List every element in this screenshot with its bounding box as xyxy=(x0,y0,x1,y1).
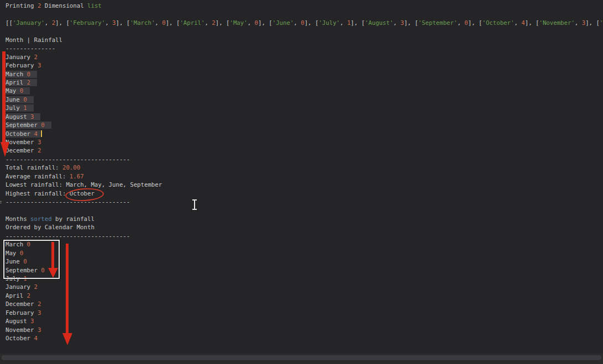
text-segment: December xyxy=(6,300,38,308)
text-segment: Printing xyxy=(6,2,38,9)
text-segment: 'June' xyxy=(272,19,294,27)
horizontal-scrollbar-thumb[interactable] xyxy=(2,355,601,360)
text-segment: sorted xyxy=(30,215,52,223)
terminal-line: March 0 xyxy=(0,240,603,249)
text-segment: 'August' xyxy=(365,19,393,27)
text-segment: April xyxy=(6,79,27,86)
text-segment: 'November' xyxy=(539,19,574,27)
terminal-line: October 4 xyxy=(0,130,603,138)
terminal-output: Printing 2 Dimensional list[['January', … xyxy=(0,2,603,343)
text-segment: ], xyxy=(525,19,536,27)
terminal-line xyxy=(0,27,603,35)
text-segment: 3 xyxy=(38,139,41,146)
text-segment: 0 xyxy=(23,96,27,103)
text-segment: 3 xyxy=(30,113,34,120)
text-segment: ], xyxy=(305,19,315,27)
terminal-line: Ordered by Calendar Month xyxy=(0,223,603,231)
text-segment: ----------------------------------- xyxy=(6,156,130,163)
ibeam-cursor xyxy=(192,199,197,210)
text-segment: Months xyxy=(6,215,30,223)
text-segment: 'July' xyxy=(318,19,340,27)
text-segment: ----------------------------------- xyxy=(6,198,130,205)
terminal-line: December 2 xyxy=(0,146,603,155)
selection-highlight: October 4 xyxy=(6,130,40,138)
text-segment: [[ xyxy=(6,19,13,27)
annotation-arrow-box-shaft xyxy=(51,242,54,268)
terminal-line xyxy=(0,10,603,18)
selection-highlight: July 1 xyxy=(6,104,34,112)
text-segment: 'May' xyxy=(230,19,248,27)
text-segment: 'October' xyxy=(482,19,514,27)
terminal-line xyxy=(0,207,603,215)
terminal-line: May 0 xyxy=(0,249,603,257)
text-segment: , xyxy=(45,19,52,27)
terminal-line: November 3 xyxy=(0,326,603,334)
text-segment: 4 xyxy=(34,130,37,138)
selection-highlight: May 0 xyxy=(6,87,30,94)
terminal-line: Months sorted by rainfall xyxy=(0,215,603,223)
text-segment: 'December' xyxy=(600,19,603,27)
text-segment: , xyxy=(155,19,162,27)
terminal-line: January 2 xyxy=(0,53,603,61)
terminal-line: [['January', 2], ['February', 3], ['Marc… xyxy=(0,19,603,27)
text-segment: ], xyxy=(258,19,269,27)
text-segment: June xyxy=(6,96,23,103)
text-segment: 20.00 xyxy=(62,164,80,171)
text-segment: ], xyxy=(404,19,415,27)
text-segment: 2 xyxy=(38,147,41,154)
terminal-line: February 3 xyxy=(0,309,603,317)
annotation-arrow-left-shaft xyxy=(2,51,6,142)
clipped-char-fragment: F xyxy=(0,200,3,208)
terminal-line: April 2 xyxy=(0,78,603,87)
terminal-line: -------------- xyxy=(0,44,603,52)
text-segment: May xyxy=(6,87,20,94)
text-segment: 2 xyxy=(27,292,30,299)
terminal-line: May 0 xyxy=(0,87,603,95)
text-segment: February xyxy=(6,309,38,316)
text-segment: , xyxy=(514,19,521,27)
horizontal-scrollbar[interactable] xyxy=(0,354,603,364)
text-segment: October xyxy=(6,335,34,342)
text-segment: December xyxy=(6,147,38,154)
text-segment: , xyxy=(457,19,464,27)
text-segment: ], xyxy=(166,19,176,27)
text-segment: 2 xyxy=(34,54,37,61)
text-segment: November xyxy=(6,139,38,146)
text-segment: , xyxy=(293,19,301,27)
text-segment: 1 xyxy=(23,104,27,112)
text-segment: Lowest rainfall: xyxy=(6,181,66,188)
text-segment: 3 xyxy=(38,62,41,69)
text-segment: 1.67 xyxy=(70,173,84,180)
terminal-line: ----------------------------------- xyxy=(0,232,603,240)
terminal-line: June 0 xyxy=(0,257,603,266)
text-segment: , xyxy=(394,19,401,27)
text-segment: 3 xyxy=(38,326,41,334)
text-segment: , xyxy=(205,19,212,27)
text-segment: , xyxy=(248,19,255,27)
terminal-line: March 0 xyxy=(0,70,603,78)
text-segment: ], xyxy=(468,19,479,27)
terminal-line: Month | Rainfall xyxy=(0,36,603,44)
text-segment: January xyxy=(6,54,34,61)
terminal-line: November 3 xyxy=(0,138,603,146)
annotation-arrow-sorted-shaft xyxy=(66,244,69,333)
text-segment: 0 xyxy=(20,87,23,94)
terminal-line: Total rainfall: 20.00 xyxy=(0,163,603,172)
text-segment: 'January' xyxy=(13,19,45,27)
text-segment: ----------------------------------- xyxy=(6,233,130,240)
terminal-cursor xyxy=(41,130,42,137)
text-segment: March xyxy=(6,71,27,78)
terminal-line: ----------------------------------- xyxy=(0,155,603,163)
text-segment: October xyxy=(6,130,34,138)
terminal-line: January 2 xyxy=(0,283,603,291)
text-segment: Month | Rainfall xyxy=(6,36,62,44)
text-segment: 'April' xyxy=(180,19,205,27)
text-segment: , xyxy=(105,19,112,27)
selection-highlight: March 0 xyxy=(6,71,37,78)
text-segment: ], xyxy=(216,19,226,27)
text-segment: ], xyxy=(350,19,361,27)
text-segment: 'February' xyxy=(70,19,105,27)
annotation-arrow-sorted-head xyxy=(62,333,72,345)
selection-highlight: September 0 xyxy=(6,122,51,129)
text-segment: 'September' xyxy=(418,19,458,27)
